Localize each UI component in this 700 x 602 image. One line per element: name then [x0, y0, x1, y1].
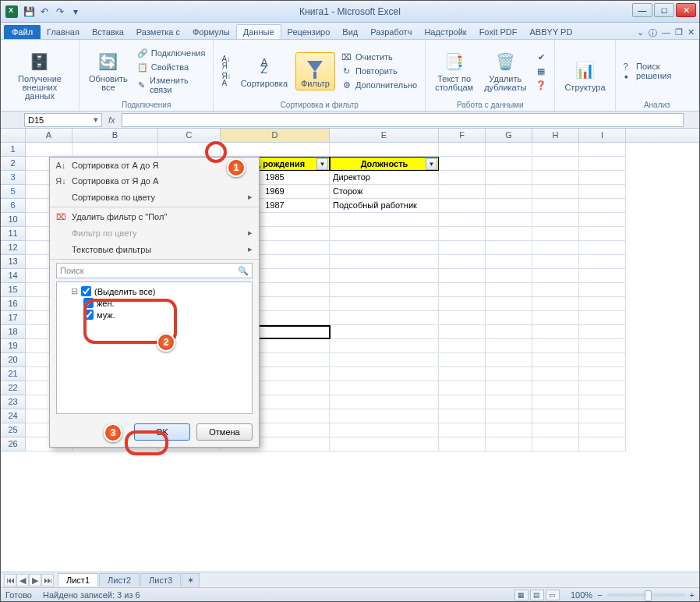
cell[interactable] [579, 437, 626, 452]
zoom-slider[interactable] [607, 593, 685, 597]
cell[interactable] [486, 367, 532, 381]
mdi-min-icon[interactable]: — [662, 27, 670, 39]
cell[interactable] [439, 381, 486, 395]
cell[interactable] [532, 157, 579, 171]
cell[interactable] [439, 395, 486, 409]
cell[interactable] [486, 157, 532, 171]
filter-opt-female[interactable]: жен. [60, 297, 249, 309]
menu-sort-za[interactable]: Я↓Сортировка от Я до А [50, 173, 259, 189]
cell[interactable] [579, 353, 626, 367]
zoom-level[interactable]: 100% [571, 590, 592, 600]
text-to-columns-button[interactable]: 📑Текст по столбцам [432, 48, 476, 94]
cell[interactable] [486, 269, 532, 283]
name-box[interactable]: D15▾ [24, 113, 102, 127]
filter-dropdown-d[interactable]: ▼ [316, 158, 328, 170]
row-header[interactable]: 25 [1, 423, 26, 437]
cell[interactable] [532, 409, 579, 423]
cell[interactable]: Должность▼ [330, 157, 439, 171]
refresh-all-button[interactable]: 🔄Обновить все [86, 48, 131, 94]
cell[interactable] [330, 409, 439, 423]
row-header[interactable]: 20 [1, 353, 26, 367]
cell[interactable] [532, 297, 579, 311]
row-header[interactable]: 14 [1, 269, 26, 283]
cell[interactable] [439, 255, 486, 269]
cell[interactable] [579, 241, 626, 255]
cell[interactable] [579, 297, 626, 311]
reapply-button[interactable]: ↻Повторить [340, 65, 419, 77]
cell[interactable] [532, 325, 579, 339]
sheet-nav-next[interactable]: ▶ [29, 574, 41, 586]
cell[interactable] [486, 353, 532, 367]
cell[interactable] [532, 171, 579, 185]
cell[interactable] [439, 409, 486, 423]
qat-save-icon[interactable]: 💾 [23, 5, 35, 18]
cell[interactable] [579, 185, 626, 199]
cell[interactable] [330, 339, 439, 353]
cancel-button[interactable]: Отмена [196, 423, 253, 441]
cell[interactable] [330, 227, 439, 241]
qat-redo-icon[interactable]: ↷ [54, 5, 66, 18]
sheet-tab-1[interactable]: Лист1 [58, 573, 98, 586]
tab-data[interactable]: Данные [236, 24, 281, 39]
tab-foxit[interactable]: Foxit PDF [473, 25, 524, 39]
cell[interactable] [532, 367, 579, 381]
get-external-data-button[interactable]: 🗄️Получение внешних данных [7, 48, 72, 102]
col-header-h[interactable]: H [532, 129, 579, 142]
cell[interactable] [330, 325, 439, 339]
cell[interactable] [439, 353, 486, 367]
cell[interactable] [26, 143, 72, 157]
ribbon-minimize-icon[interactable]: ⌄ [637, 27, 644, 39]
cell[interactable] [439, 269, 486, 283]
col-header-e[interactable]: E [330, 129, 439, 142]
minimize-button[interactable]: — [632, 3, 652, 17]
cell[interactable] [532, 381, 579, 395]
view-normal-icon[interactable]: ▦ [514, 590, 529, 600]
cell[interactable] [330, 241, 439, 255]
cell[interactable] [532, 213, 579, 227]
cell[interactable] [532, 395, 579, 409]
row-header[interactable]: 18 [1, 325, 26, 339]
cell[interactable] [72, 143, 158, 157]
sheet-nav-first[interactable]: ⏮ [4, 574, 16, 586]
advanced-button[interactable]: ⚙Дополнительно [340, 79, 419, 91]
cell[interactable] [579, 227, 626, 241]
cell[interactable]: Сторож [330, 185, 439, 199]
cell[interactable] [330, 311, 439, 325]
cell[interactable] [330, 395, 439, 409]
row-header[interactable]: 23 [1, 395, 26, 409]
sheet-nav-last[interactable]: ⏭ [41, 574, 54, 586]
cell[interactable] [486, 283, 532, 297]
tab-abbyy[interactable]: ABBYY PD [524, 25, 579, 39]
cell[interactable] [532, 283, 579, 297]
cell[interactable] [330, 269, 439, 283]
cell[interactable] [532, 255, 579, 269]
cell[interactable] [579, 157, 626, 171]
cell[interactable] [439, 227, 486, 241]
sheet-nav-prev[interactable]: ◀ [16, 574, 29, 586]
cell[interactable] [579, 171, 626, 185]
qat-customize-icon[interactable]: ▾ [69, 5, 82, 18]
cell[interactable] [439, 185, 486, 199]
cell[interactable] [439, 423, 486, 437]
cell[interactable] [330, 367, 439, 381]
formula-bar[interactable] [122, 113, 684, 127]
cell[interactable] [486, 395, 532, 409]
row-header[interactable]: 13 [1, 255, 26, 269]
cell[interactable] [486, 409, 532, 423]
sort-button[interactable]: AZСортировка [238, 53, 291, 90]
col-header-f[interactable]: F [439, 129, 486, 142]
cell[interactable] [330, 255, 439, 269]
row-header[interactable]: 15 [1, 283, 26, 297]
mdi-close-icon[interactable]: ✕ [688, 27, 695, 39]
cell[interactable] [486, 381, 532, 395]
help-icon[interactable]: ⓘ [649, 27, 657, 39]
filter-opt-male[interactable]: муж. [60, 309, 249, 320]
cell[interactable] [579, 311, 626, 325]
cell[interactable] [439, 213, 486, 227]
col-header-c[interactable]: C [158, 129, 221, 142]
cell[interactable] [579, 269, 626, 283]
filter-search-input[interactable]: Поиск🔍 [56, 263, 253, 278]
zoom-in-button[interactable]: + [690, 590, 695, 600]
tab-formulas[interactable]: Формулы [186, 25, 236, 39]
tab-home[interactable]: Главная [41, 25, 86, 39]
